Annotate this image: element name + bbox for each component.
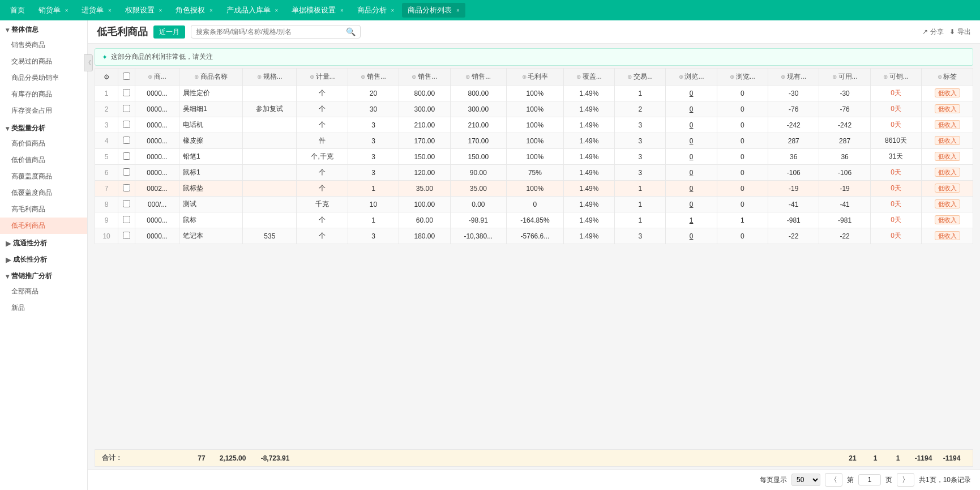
col-available[interactable]: 可用... (819, 69, 870, 86)
table-container[interactable]: ⚙ 商... 商品名称 规格... 计量... 销售... 销售... 销售..… (95, 68, 973, 447)
row-checkbox-cell[interactable] (118, 228, 135, 244)
share-button[interactable]: ↗ 分享 (922, 27, 944, 37)
row-checkbox-cell[interactable] (118, 133, 135, 149)
nav-item-analysis[interactable]: 商品分析 × (352, 3, 400, 18)
select-all-checkbox[interactable] (123, 73, 130, 80)
nav-close-products[interactable]: × (275, 7, 279, 14)
sidebar-item-high-coverage[interactable]: 高覆盖度商品 (0, 168, 87, 185)
next-page-button[interactable]: 〉 (897, 473, 914, 487)
row-gross-rate: -164.85% (507, 212, 564, 228)
row-checkbox-cell[interactable] (118, 165, 135, 181)
row-views1[interactable]: 0 (666, 117, 717, 133)
sidebar-item-in-stock[interactable]: 有库存的商品 (0, 86, 87, 103)
sidebar-item-low-margin[interactable]: 低毛利商品 (0, 218, 87, 234)
sidebar-item-low-coverage[interactable]: 低覆盖度商品 (0, 185, 87, 201)
col-sellable[interactable]: 可销... (870, 69, 921, 86)
nav-close-analysis[interactable]: × (391, 7, 394, 14)
nav-item-analysis-list[interactable]: 商品分析列表 × (402, 3, 465, 18)
export-button[interactable]: ⬇ 导出 (949, 27, 971, 37)
row-views1[interactable]: 0 (666, 228, 717, 244)
col-settings[interactable]: ⚙ (95, 69, 118, 86)
nav-close-analysis-list[interactable]: × (456, 7, 460, 14)
col-sales-profit[interactable]: 销售... (450, 69, 507, 86)
per-page-select[interactable]: 50 100 200 (791, 474, 820, 486)
nav-close-roles[interactable]: × (209, 7, 213, 14)
nav-item-templates[interactable]: 单据模板设置 × (286, 3, 349, 18)
nav-item-products[interactable]: 产成品入库单 × (221, 3, 284, 18)
col-tag[interactable]: 标签 (922, 69, 973, 86)
col-unit[interactable]: 计量... (297, 69, 348, 86)
row-tag: 低收入 (922, 86, 973, 101)
sidebar-item-inventory-capital[interactable]: 库存资金占用 (0, 103, 87, 119)
col-code[interactable]: 商... (135, 69, 179, 86)
sidebar-group-type[interactable]: ▾ 类型量分析 (0, 119, 87, 135)
col-views1[interactable]: 浏览... (666, 69, 717, 86)
row-checkbox[interactable] (123, 200, 130, 207)
row-checkbox-cell[interactable] (118, 101, 135, 117)
col-sales-qty[interactable]: 销售... (348, 69, 399, 86)
row-checkbox[interactable] (123, 184, 130, 191)
col-coverage[interactable]: 覆盖... (563, 69, 614, 86)
col-name[interactable]: 商品名称 (179, 69, 242, 86)
row-views1[interactable]: 0 (666, 197, 717, 212)
row-checkbox-cell[interactable] (118, 86, 135, 101)
sidebar-item-high-value[interactable]: 高价值商品 (0, 135, 87, 152)
row-checkbox[interactable] (123, 121, 130, 128)
row-checkbox[interactable] (123, 216, 130, 223)
sidebar-item-high-margin[interactable]: 高毛利商品 (0, 201, 87, 218)
row-views1[interactable]: 0 (666, 181, 717, 197)
prev-page-button[interactable]: 〈 (825, 473, 842, 487)
row-views1[interactable]: 0 (666, 101, 717, 117)
sidebar-group-circulation[interactable]: ▶ 流通性分析 (0, 234, 87, 250)
row-spec (243, 165, 297, 181)
row-views2: 0 (717, 86, 768, 101)
col-current-stock[interactable]: 现有... (768, 69, 819, 86)
sidebar-item-sales-products[interactable]: 销售类商品 (0, 37, 87, 53)
sidebar-item-all-products[interactable]: 全部商品 (0, 283, 87, 300)
nav-item-permissions[interactable]: 权限设置 × (119, 3, 168, 18)
sidebar-item-category-rate[interactable]: 商品分类助销率 (0, 70, 87, 86)
row-checkbox-cell[interactable] (118, 149, 135, 165)
nav-close-templates[interactable]: × (340, 7, 344, 14)
time-filter-button[interactable]: 近一月 (153, 25, 185, 39)
row-checkbox-cell[interactable] (118, 117, 135, 133)
table-row: 8 000/... 测试 千克 10 100.00 0.00 0 1.49% 1… (95, 197, 973, 212)
row-views1[interactable]: 0 (666, 133, 717, 149)
row-coverage: 1.49% (563, 149, 614, 165)
col-trade[interactable]: 交易... (615, 69, 666, 86)
nav-item-home[interactable]: 首页 (5, 3, 31, 18)
sidebar-group-growth[interactable]: ▶ 成长性分析 (0, 250, 87, 267)
nav-item-roles[interactable]: 角色授权 × (170, 3, 218, 18)
col-spec[interactable]: 规格... (243, 69, 297, 86)
row-checkbox[interactable] (123, 89, 130, 96)
row-views1[interactable]: 1 (666, 212, 717, 228)
row-checkbox-cell[interactable] (118, 212, 135, 228)
search-input[interactable] (196, 28, 346, 36)
row-views1[interactable]: 0 (666, 149, 717, 165)
nav-close-sales[interactable]: × (65, 7, 69, 14)
row-checkbox[interactable] (123, 232, 130, 239)
row-checkbox[interactable] (123, 152, 130, 160)
row-checkbox-cell[interactable] (118, 197, 135, 212)
row-checkbox-cell[interactable] (118, 181, 135, 197)
nav-close-purchase[interactable]: × (108, 7, 112, 14)
row-checkbox[interactable] (123, 105, 130, 112)
sidebar-item-new-products[interactable]: 新品 (0, 300, 87, 316)
col-checkbox[interactable] (118, 69, 135, 86)
sidebar-group-overall[interactable]: ▾ 整体信息 (0, 20, 87, 37)
sidebar-item-traded-products[interactable]: 交易过的商品 (0, 53, 87, 70)
row-checkbox[interactable] (123, 137, 130, 144)
sidebar-group-marketing[interactable]: ▾ 营销推广分析 (0, 267, 87, 283)
page-number-input[interactable] (858, 474, 881, 485)
row-views1[interactable]: 0 (666, 165, 717, 181)
nav-close-permissions[interactable]: × (159, 7, 162, 14)
col-sales-price[interactable]: 销售... (399, 69, 450, 86)
nav-item-sales[interactable]: 销货单 × (33, 3, 74, 18)
nav-item-purchase[interactable]: 进货单 × (76, 3, 117, 18)
sidebar-collapse-btn[interactable]: 《 (84, 54, 93, 71)
col-views2[interactable]: 浏览... (717, 69, 768, 86)
row-views1[interactable]: 0 (666, 86, 717, 101)
row-checkbox[interactable] (123, 168, 130, 176)
col-gross-rate[interactable]: 毛利率 (507, 69, 564, 86)
sidebar-item-low-value[interactable]: 低价值商品 (0, 152, 87, 168)
